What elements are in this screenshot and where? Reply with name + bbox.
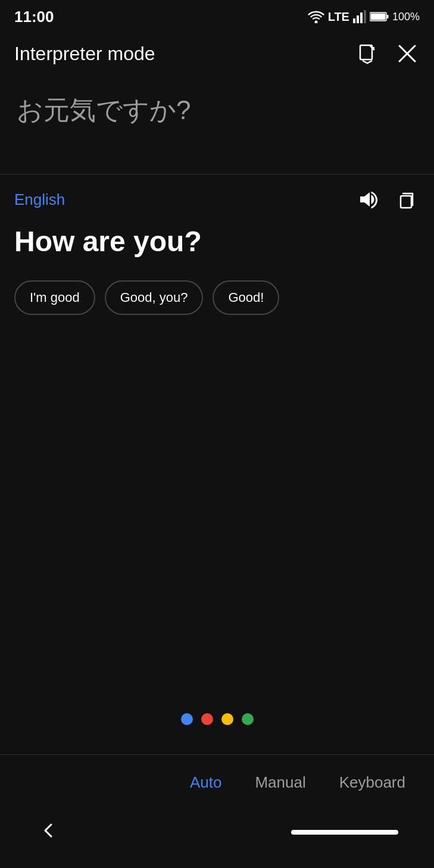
close-button[interactable] [395, 41, 420, 66]
pin-to-screen-icon [357, 43, 378, 64]
wifi-icon [308, 10, 324, 23]
translation-text: How are you? [14, 224, 420, 259]
quick-reply-chips: I'm good Good, you? Good! [14, 280, 420, 315]
chip-good-you[interactable]: Good, you? [105, 280, 204, 315]
back-button[interactable] [36, 817, 62, 848]
status-bar: 11:00 LTE 100% [0, 0, 434, 31]
status-icons: LTE 100% [308, 10, 420, 24]
bottom-controls: Auto Manual Keyboard [0, 769, 434, 797]
dot-red [201, 713, 213, 725]
auto-button[interactable]: Auto [185, 769, 227, 797]
nav-bar [0, 803, 434, 868]
chip-good[interactable]: Good! [213, 280, 279, 315]
keyboard-button[interactable]: Keyboard [335, 769, 410, 797]
header-actions [354, 40, 420, 67]
signal-icon [353, 10, 366, 23]
bottom-divider [0, 754, 434, 755]
copy-button[interactable] [394, 186, 420, 213]
svg-rect-11 [401, 196, 411, 208]
back-icon [40, 822, 57, 839]
dot-green [242, 713, 254, 725]
svg-rect-8 [360, 45, 372, 60]
dot-blue [181, 713, 193, 725]
svg-rect-1 [353, 18, 355, 23]
svg-rect-2 [357, 15, 359, 23]
speaker-button[interactable] [355, 186, 382, 213]
translation-section: English How are you? I'm good Goo [0, 174, 434, 329]
status-time: 11:00 [14, 8, 54, 26]
pin-to-screen-button[interactable] [354, 40, 380, 67]
translation-actions [355, 186, 420, 213]
app-title: Interpreter mode [14, 43, 155, 65]
chip-im-good[interactable]: I'm good [14, 280, 95, 315]
speaker-icon [358, 189, 379, 210]
dot-yellow [221, 713, 233, 725]
svg-rect-7 [370, 14, 385, 20]
svg-point-0 [314, 21, 317, 24]
copy-icon [396, 189, 417, 210]
source-text-area: お元気ですか? [0, 79, 434, 174]
google-dots [181, 713, 254, 725]
manual-button[interactable]: Manual [250, 769, 310, 797]
source-text: お元気ですか? [17, 93, 417, 127]
svg-rect-3 [360, 13, 363, 23]
app-header: Interpreter mode [0, 31, 434, 79]
lte-label: LTE [328, 10, 349, 24]
svg-rect-6 [386, 15, 388, 18]
close-icon [397, 43, 417, 64]
translation-header: English [14, 186, 420, 213]
battery-icon [370, 11, 389, 22]
battery-percentage: 100% [392, 11, 420, 23]
svg-rect-4 [364, 10, 366, 23]
language-label: English [14, 191, 65, 209]
home-indicator[interactable] [291, 830, 398, 835]
